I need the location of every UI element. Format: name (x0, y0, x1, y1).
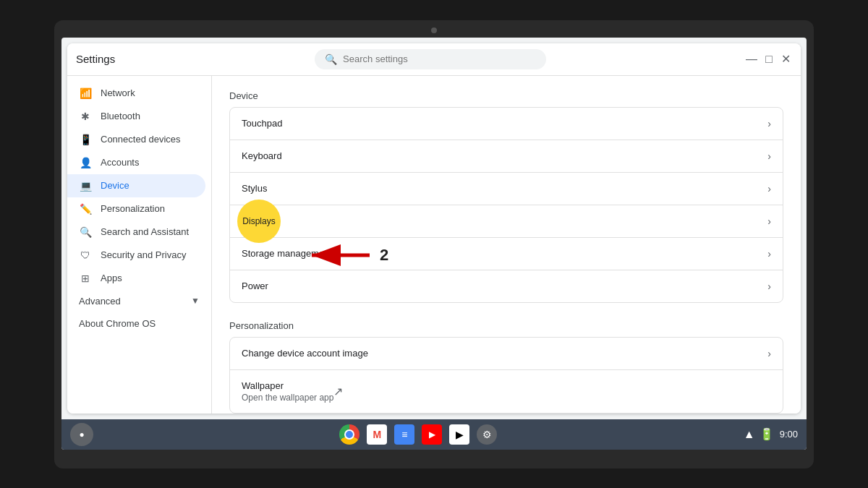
touchpad-row[interactable]: Touchpad › (230, 108, 783, 140)
bluetooth-icon: ✱ (79, 111, 92, 122)
shield-icon: 🛡 (79, 249, 92, 261)
account-image-row[interactable]: Change device account image › (230, 338, 783, 370)
keyboard-label: Keyboard (242, 150, 767, 161)
sidebar: 📶 Network ✱ Bluetooth 📱 Connected device… (67, 76, 212, 414)
sidebar-label-advanced: Advanced (79, 296, 121, 307)
sidebar-item-accounts[interactable]: 👤 Accounts (67, 151, 205, 174)
window-controls: — □ ✕ (746, 53, 792, 65)
account-image-label: Change device account image (242, 348, 767, 359)
sidebar-advanced[interactable]: Advanced ▼ (67, 290, 211, 312)
docs-app-icon: ≡ (394, 424, 414, 445)
wallpaper-label: Wallpaper (242, 380, 333, 391)
sidebar-item-network[interactable]: 📶 Network (67, 82, 205, 105)
taskbar-gmail-icon[interactable]: M (365, 423, 388, 446)
displays-badge-label: Displays (242, 216, 275, 226)
device-frame: Settings 🔍 — □ ✕ 📶 (54, 20, 814, 468)
storage-arrow-icon: › (767, 248, 771, 260)
window-body: 📶 Network ✱ Bluetooth 📱 Connected device… (67, 76, 801, 414)
grid-icon: ⊞ (79, 273, 92, 284)
search-bar[interactable]: 🔍 (315, 49, 546, 69)
stylus-label: Stylus (242, 183, 767, 194)
sidebar-item-device[interactable]: 💻 Device (67, 174, 205, 197)
sidebar-label-search: Search and Assistant (101, 226, 189, 237)
maximize-button[interactable]: □ (763, 53, 775, 65)
power-arrow-icon: › (767, 281, 771, 292)
battery-icon: 🔋 (760, 427, 774, 441)
sidebar-label-security: Security and Privacy (101, 249, 187, 260)
search-sidebar-icon: 🔍 (79, 226, 92, 238)
gmail-app-icon: M (367, 424, 387, 445)
sidebar-item-about[interactable]: About Chrome OS (67, 312, 205, 335)
sidebar-item-security-privacy[interactable]: 🛡 Security and Privacy (67, 244, 205, 267)
power-label: Power (242, 281, 767, 291)
storage-label: Storage management (242, 248, 767, 259)
taskbar-chrome-icon[interactable] (338, 423, 361, 446)
external-link-icon: ↗ (333, 385, 343, 398)
device-section-title: Device (229, 90, 783, 101)
person-icon: 👤 (79, 157, 92, 168)
displays-arrow-icon: › (767, 215, 771, 227)
sidebar-label-network: Network (101, 87, 135, 98)
touchpad-label: Touchpad (242, 118, 767, 129)
wallpaper-info: Wallpaper Open the wallpaper app (242, 380, 333, 403)
sidebar-label-apps: Apps (101, 273, 122, 283)
personalization-settings-card: Change device account image › Wallpaper … (229, 337, 783, 414)
keyboard-row[interactable]: Keyboard › (230, 140, 783, 173)
chrome-app-icon (339, 424, 359, 445)
taskbar: ● M ≡ ▶ ▶ (61, 419, 807, 450)
sidebar-label-personalization: Personalization (101, 203, 165, 214)
device-settings-card: Touchpad › Keyboard › Stylus › (229, 107, 783, 303)
taskbar-left: ● (70, 423, 93, 446)
clock: 9:00 (780, 429, 798, 440)
storage-row[interactable]: Storage management › (230, 238, 783, 270)
account-image-arrow-icon: › (767, 348, 771, 359)
status-icons: ▲ 🔋 (744, 427, 774, 441)
sidebar-label-bluetooth: Bluetooth (101, 111, 140, 121)
sidebar-label-connected: Connected devices (101, 134, 181, 145)
camera (431, 27, 437, 33)
smartphone-icon: 📱 (79, 134, 92, 145)
taskbar-settings-icon[interactable]: ⚙ (475, 423, 498, 446)
play-store-app-icon: ▶ (449, 424, 469, 445)
pencil-icon: ✏️ (79, 203, 92, 215)
laptop-icon: 💻 (79, 180, 92, 192)
sidebar-item-bluetooth[interactable]: ✱ Bluetooth (67, 105, 205, 128)
settings-app-icon: ⚙ (477, 424, 497, 445)
power-row[interactable]: Power › (230, 270, 783, 302)
taskbar-docs-icon[interactable]: ≡ (393, 423, 416, 446)
screen: Settings 🔍 — □ ✕ 📶 (61, 38, 807, 450)
youtube-app-icon: ▶ (422, 424, 442, 445)
taskbar-play-icon[interactable]: ▶ (448, 423, 471, 446)
sidebar-label-about: About Chrome OS (79, 318, 156, 329)
taskbar-youtube-icon[interactable]: ▶ (420, 423, 443, 446)
wallpaper-sublabel: Open the wallpaper app (242, 393, 333, 403)
minimize-button[interactable]: — (746, 53, 757, 65)
taskbar-apps: M ≡ ▶ ▶ ⚙ (93, 423, 744, 446)
displays-row[interactable]: Displays Displays › (230, 205, 783, 238)
search-input[interactable] (343, 53, 536, 64)
sidebar-item-personalization[interactable]: ✏️ Personalization (67, 197, 205, 221)
stylus-row[interactable]: Stylus › (230, 173, 783, 205)
sidebar-item-connected-devices[interactable]: 📱 Connected devices (67, 128, 205, 151)
settings-window: Settings 🔍 — □ ✕ 📶 (67, 43, 801, 414)
sidebar-item-apps[interactable]: ⊞ Apps (67, 267, 205, 290)
wallpaper-row[interactable]: Wallpaper Open the wallpaper app ↗ (230, 370, 783, 413)
wifi-icon: 📶 (79, 87, 92, 99)
taskbar-right: ▲ 🔋 9:00 (744, 427, 798, 441)
window-title: Settings (76, 53, 115, 65)
sidebar-item-search-assistant[interactable]: 🔍 Search and Assistant (67, 221, 205, 244)
search-icon: 🔍 (325, 53, 337, 65)
keyboard-arrow-icon: › (767, 150, 771, 162)
main-content: Device Touchpad › Keyboard › Stylus › (212, 76, 801, 414)
close-button[interactable]: ✕ (780, 53, 792, 65)
sidebar-label-accounts: Accounts (101, 157, 139, 168)
stylus-arrow-icon: › (767, 183, 771, 194)
launcher-button[interactable]: ● (70, 423, 93, 446)
displays-highlight-badge: Displays (237, 200, 281, 243)
sidebar-label-device: Device (101, 180, 129, 191)
search-area: 🔍 (315, 49, 546, 69)
personalization-section-title: Personalization (229, 320, 783, 331)
wifi-status-icon: ▲ (744, 428, 755, 441)
title-bar: Settings 🔍 — □ ✕ (67, 43, 801, 76)
touchpad-arrow-icon: › (767, 118, 771, 129)
